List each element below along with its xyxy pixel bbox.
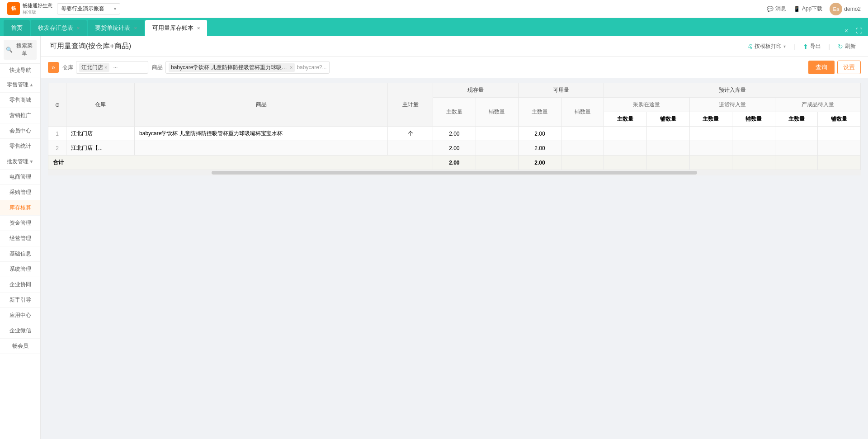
row-unit-1: 个 [388, 127, 433, 141]
tab-available-stock-label: 可用量库存账本 [152, 24, 193, 32]
table-container: ⊙ 仓库 商品 主计量 现存量 可用量 预计入库量 主数量 辅数量 主数量 辅数… [41, 78, 868, 439]
product-pending-aux-header: 辅数量 [818, 112, 861, 127]
top-bar: 畅 畅捷通好生意 标准版 母婴行业演示账套 ▾ 💬 消息 📱 App下载 Ea … [0, 0, 868, 18]
row-num-2: 2 [48, 141, 66, 156]
search-menu-btn[interactable]: 🔍 搜索菜单 [4, 40, 37, 60]
filter-more-icon[interactable]: ··· [111, 64, 119, 71]
divider: | [829, 43, 830, 50]
sidebar-item-member[interactable]: 会员中心 [0, 123, 40, 139]
product-pending-main-header: 主数量 [775, 112, 818, 127]
row-in-main-1 [689, 127, 732, 141]
logo-symbol: 畅 [11, 5, 16, 12]
logo-area: 畅 畅捷通好生意 标准版 [7, 2, 52, 15]
close-tab-btn[interactable]: × [841, 25, 852, 36]
tab-stock-summary-label: 收发存汇总表 [38, 24, 73, 32]
product-col-header: 商品 [135, 83, 388, 127]
logo-main-text: 畅捷通好生意 [23, 2, 52, 9]
footer-row: 合计 2.00 2.00 [48, 156, 861, 170]
warehouse-input[interactable]: 江北门店 × ··· [76, 61, 148, 74]
filter-expand-btn[interactable]: » [48, 62, 59, 73]
sidebar-item-wechat[interactable]: 企业微信 [0, 323, 40, 339]
scrollbar[interactable] [48, 170, 861, 175]
sidebar-item-label: 畅会员 [12, 342, 28, 350]
setting-button[interactable]: 设置 [837, 61, 861, 74]
goods-pending-header: 进货待入量 [689, 98, 775, 112]
tag-close-icon[interactable]: × [104, 65, 107, 70]
row-in-aux-2 [732, 141, 775, 156]
sidebar-item-retail-mgmt[interactable]: 零售管理 ▲ [0, 77, 40, 93]
sidebar-item-label: 会员中心 [9, 127, 31, 135]
sidebar-item-purchase[interactable]: 采购管理 [0, 185, 40, 200]
close-icon[interactable]: × [134, 25, 137, 31]
row-avail-aux-2 [561, 141, 604, 156]
row-stock-main-2: 2.00 [433, 141, 476, 156]
sidebar-item-ecommerce[interactable]: 电商管理 [0, 170, 40, 185]
filter-bar: » 仓库 江北门店 × ··· 商品 babycare学饮杯 儿童防摔防撞吸管杯… [41, 57, 868, 78]
sidebar-item-operations[interactable]: 经营管理 [0, 231, 40, 246]
user-area[interactable]: Ea demo2 [830, 3, 861, 15]
chevron-down-icon: ▾ [114, 6, 116, 11]
settings-col-header: ⊙ [48, 83, 66, 127]
sidebar-item-basic-info[interactable]: 基础信息 [0, 246, 40, 262]
search-icon: 🔍 [6, 47, 13, 53]
row-unit-2 [388, 141, 433, 156]
sidebar-item-label: 电商管理 [9, 173, 31, 181]
row-avail-main-1: 2.00 [519, 127, 561, 141]
refresh-btn[interactable]: ↻ 刷新 [835, 41, 859, 52]
message-btn[interactable]: 💬 消息 [767, 5, 786, 13]
row-stock-aux-2 [476, 141, 519, 156]
warehouse-filter-group: 仓库 江北门店 × ··· [62, 61, 148, 74]
settings-icon[interactable]: ⊙ [55, 102, 60, 108]
app-download-btn[interactable]: 📱 App下载 [793, 5, 822, 13]
tab-stock-summary[interactable]: 收发存汇总表 × [31, 20, 87, 36]
sidebar-item-wholesale[interactable]: 批发管理 ▼ [0, 154, 40, 170]
sidebar: 🔍 搜索菜单 快捷导航 零售管理 ▲ 零售商城 营销推广 会员中心 零售统计 批… [0, 36, 41, 439]
query-button[interactable]: 查询 [808, 61, 835, 74]
sidebar-item-vip[interactable]: 畅会员 [0, 339, 40, 354]
sidebar-item-retail-mall[interactable]: 零售商城 [0, 93, 40, 108]
row-stock-main-1: 2.00 [433, 127, 476, 141]
footer-prod-main [775, 156, 818, 170]
sidebar-item-label: 零售统计 [9, 142, 31, 150]
tag-close-icon[interactable]: × [290, 65, 292, 70]
close-icon[interactable]: × [197, 25, 200, 31]
row-in-aux-1 [732, 127, 775, 141]
store-selector[interactable]: 母婴行业演示账套 ▾ [57, 3, 120, 14]
expand-btn[interactable]: ⛶ [854, 25, 864, 36]
chevron-down-icon: ▾ [783, 44, 786, 49]
tab-home[interactable]: 首页 [4, 20, 30, 36]
sidebar-item-newguide[interactable]: 新手引导 [0, 293, 40, 308]
chevron-down-icon: ▼ [29, 159, 34, 164]
export-icon: ⬆ [803, 43, 808, 50]
top-bar-right: 💬 消息 📱 App下载 Ea demo2 [767, 3, 861, 15]
goods-pending-aux-header: 辅数量 [732, 112, 775, 127]
tab-available-stock[interactable]: 可用量库存账本 × [145, 20, 207, 36]
sidebar-item-label: 基础信息 [9, 250, 31, 258]
tab-order-stats[interactable]: 要货单统计表 × [88, 20, 144, 36]
quick-nav-btn[interactable]: 快捷导航 [0, 64, 40, 77]
sidebar-item-system[interactable]: 系统管理 [0, 262, 40, 277]
product-filter-group: 商品 babycare学饮杯 儿童防摔防撞吸管杯重力球吸嘴杯宝宝水杯 × bab… [152, 61, 330, 74]
sidebar-item-inventory[interactable]: 库存核算 [0, 200, 40, 216]
close-icon[interactable]: × [77, 25, 80, 31]
refresh-icon: ↻ [838, 43, 843, 50]
sidebar-item-marketing[interactable]: 营销推广 [0, 108, 40, 123]
store-name: 母婴行业演示账套 [61, 5, 104, 13]
main-wrapper: 🔍 搜索菜单 快捷导航 零售管理 ▲ 零售商城 营销推广 会员中心 零售统计 批… [0, 36, 868, 439]
sidebar-item-appcenter[interactable]: 应用中心 [0, 308, 40, 323]
scrollbar-thumb[interactable] [212, 171, 697, 175]
sidebar-item-label: 营销推广 [9, 112, 31, 119]
sidebar-item-label: 库存核算 [9, 204, 31, 212]
product-input[interactable]: babycare学饮杯 儿童防摔防撞吸管杯重力球吸嘴杯宝宝水杯 × babyca… [165, 61, 330, 74]
footer-label: 合计 [48, 156, 433, 170]
footer-pur-aux [646, 156, 689, 170]
stock-main-header: 主数量 [433, 98, 476, 127]
template-print-btn[interactable]: 🖨 按模板打印 ▾ [743, 41, 789, 52]
row-avail-main-2: 2.00 [519, 141, 561, 156]
product-label: 商品 [152, 64, 163, 71]
pur-transit-aux-header: 辅数量 [646, 112, 689, 127]
sidebar-item-collab[interactable]: 企业协同 [0, 277, 40, 293]
export-btn[interactable]: ⬆ 导出 [800, 41, 824, 52]
sidebar-item-finance[interactable]: 资金管理 [0, 216, 40, 231]
sidebar-item-retail-stats[interactable]: 零售统计 [0, 139, 40, 154]
